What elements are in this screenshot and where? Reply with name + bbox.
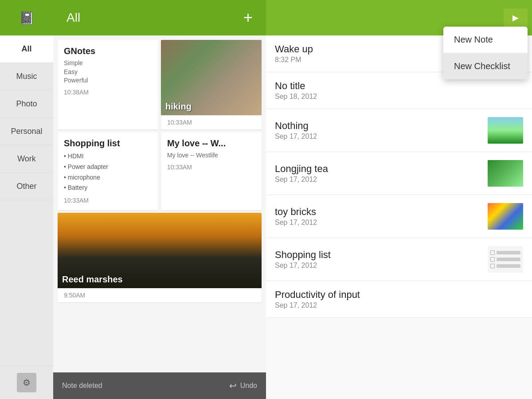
note-card-hiking[interactable]: hiking 10:33AM: [161, 40, 262, 129]
checklist-line-1: [490, 250, 520, 255]
sidebar-item-music[interactable]: Music: [0, 63, 53, 90]
check-line-1: [497, 251, 520, 254]
middle-title: All: [66, 11, 80, 25]
note-title-shopping: Shopping list: [64, 138, 152, 149]
note-time-mylove: 10:33AM: [167, 164, 255, 171]
undo-icon: ↩: [229, 380, 237, 391]
reed-label: Reed marshes: [58, 271, 262, 288]
hiking-image: hiking: [161, 40, 262, 115]
hiking-label: hiking: [161, 98, 262, 115]
note-row-nothing[interactable]: Nothing Sep 17, 2012: [266, 109, 532, 152]
sidebar-header: 📓: [0, 0, 53, 35]
note-row-longjing[interactable]: Longjing tea Sep 17, 2012: [266, 152, 532, 195]
sidebar-item-photo[interactable]: Photo: [0, 90, 53, 118]
note-content-longjing: Longjing tea Sep 17, 2012: [275, 163, 483, 184]
dropdown-new-checklist[interactable]: New Checklist: [443, 53, 528, 79]
note-date-nothing: Sep 17, 2012: [275, 133, 483, 141]
hiking-time: 10:33AM: [161, 115, 262, 129]
thumb-shoppinglist: [488, 246, 523, 273]
note-time-shopping: 10:33AM: [64, 197, 152, 204]
undo-label: Undo: [240, 382, 257, 390]
add-note-button[interactable]: +: [243, 10, 253, 26]
sidebar-item-all[interactable]: All: [0, 35, 53, 63]
note-date-toybricks: Sep 17, 2012: [275, 219, 483, 227]
checkbox-2: [490, 257, 495, 262]
book-icon: 📓: [19, 11, 35, 25]
thumb-longjing: [488, 160, 523, 187]
note-title-nothing: Nothing: [275, 120, 483, 132]
header-play-button[interactable]: ▶: [504, 8, 528, 27]
greens-thumbnail: [488, 160, 523, 187]
gear-icon: ⚙: [23, 377, 31, 388]
note-title-mylove: My love -- W...: [167, 138, 255, 149]
dropdown-new-note[interactable]: New Note: [443, 27, 528, 53]
check-line-2: [497, 258, 520, 261]
note-subtitle-mylove: My love -- Westlife: [167, 151, 255, 160]
thumb-toybricks: [488, 203, 523, 230]
middle-panel: All + GNotes SimpleEasyPowerful 10:38AM …: [53, 0, 266, 399]
sidebar-nav: All Music Photo Personal Work Other: [0, 35, 53, 366]
note-list-shopping: • HDMI• Power adapter• microphone• Batte…: [64, 151, 152, 193]
note-row-productivity[interactable]: Productivity of input Sep 17, 2012: [266, 281, 532, 318]
note-title-longjing: Longjing tea: [275, 163, 483, 175]
checklist-line-2: [490, 257, 520, 262]
note-row-shoppinglist[interactable]: Shopping list Sep 17, 2012: [266, 238, 532, 281]
note-date-notitle: Sep 18, 2012: [275, 93, 523, 101]
note-title-notitle: No title: [275, 80, 523, 92]
note-title-toybricks: toy bricks: [275, 206, 483, 218]
note-card-shopping[interactable]: Shopping list • HDMI• Power adapter• mic…: [58, 132, 158, 210]
right-panel: ▶ Wake up 8:32 PM ▶ No title Sep 18, 201…: [266, 0, 532, 399]
note-date-productivity: Sep 17, 2012: [275, 301, 523, 309]
checkbox-3: [490, 264, 495, 268]
note-subtitle-gnotes: SimpleEasyPowerful: [64, 59, 152, 85]
middle-header: All +: [53, 0, 266, 35]
note-content-productivity: Productivity of input Sep 17, 2012: [275, 289, 523, 309]
note-title-shoppinglist: Shopping list: [275, 249, 483, 261]
note-title-productivity: Productivity of input: [275, 289, 523, 301]
note-card-gnotes[interactable]: GNotes SimpleEasyPowerful 10:38AM: [58, 40, 158, 129]
undo-button[interactable]: ↩ Undo: [229, 380, 257, 391]
checklist-line-3: [490, 264, 520, 268]
sidebar-settings: ⚙: [0, 366, 53, 399]
note-content-shoppinglist: Shopping list Sep 17, 2012: [275, 249, 483, 270]
reed-image: Reed marshes: [58, 213, 262, 288]
note-date-shoppinglist: Sep 17, 2012: [275, 262, 483, 270]
note-content-notitle: No title Sep 18, 2012: [275, 80, 523, 101]
note-content-nothing: Nothing Sep 17, 2012: [275, 120, 483, 141]
settings-button[interactable]: ⚙: [17, 373, 36, 392]
checklist-thumbnail: [488, 246, 523, 273]
check-line-3: [497, 264, 520, 268]
note-time-gnotes: 10:38AM: [64, 89, 152, 96]
bricks-thumbnail: [488, 203, 523, 230]
deleted-text: Note deleted: [62, 382, 102, 390]
note-title-gnotes: GNotes: [64, 46, 152, 56]
sidebar-item-personal[interactable]: Personal: [0, 118, 53, 145]
trees-thumbnail: [488, 117, 523, 144]
sidebar: 📓 All Music Photo Personal Work Other ⚙: [0, 0, 53, 399]
reed-time: 9:50AM: [58, 288, 262, 302]
note-content-toybricks: toy bricks Sep 17, 2012: [275, 206, 483, 227]
bottom-bar: Note deleted ↩ Undo: [53, 372, 266, 399]
play-icon: ▶: [512, 13, 519, 22]
note-row-toybricks[interactable]: toy bricks Sep 17, 2012: [266, 195, 532, 238]
note-card-reed[interactable]: Reed marshes 9:50AM: [58, 213, 262, 302]
thumb-nothing: [488, 117, 523, 144]
sidebar-item-other[interactable]: Other: [0, 173, 53, 200]
notes-list: Wake up 8:32 PM ▶ No title Sep 18, 2012 …: [266, 35, 532, 399]
note-date-longjing: Sep 17, 2012: [275, 176, 483, 184]
sidebar-item-work[interactable]: Work: [0, 145, 53, 173]
checkbox-1: [490, 250, 495, 255]
notes-grid: GNotes SimpleEasyPowerful 10:38AM hiking…: [53, 35, 266, 372]
note-card-mylove[interactable]: My love -- W... My love -- Westlife 10:3…: [161, 132, 262, 210]
dropdown-menu: New Note New Checklist: [443, 27, 528, 79]
